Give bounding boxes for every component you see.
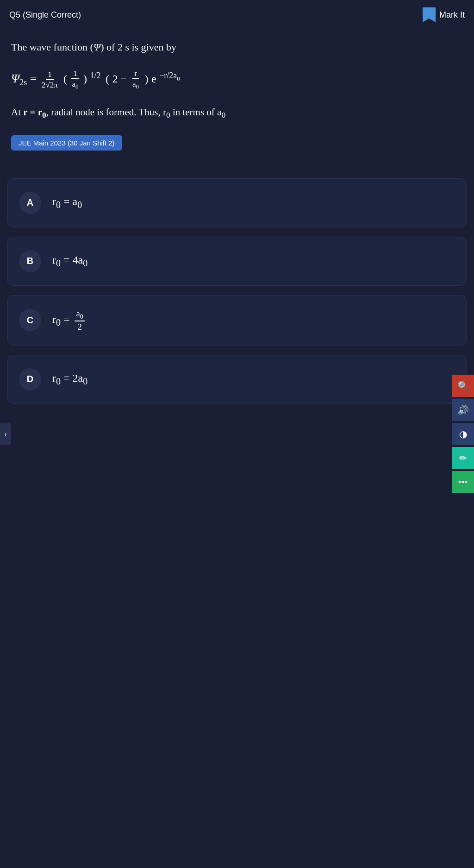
option-b-content: r0 = 4a0 (52, 254, 87, 269)
question-text: The wave function (Ψ) of 2 s is given by (11, 39, 463, 55)
pencil-icon: ✏ (459, 453, 467, 464)
option-c[interactable]: C r0 = a0 2 (7, 295, 467, 346)
question-body: The wave function (Ψ) of 2 s is given by… (0, 30, 474, 178)
option-b[interactable]: B r0 = 4a0 (7, 237, 467, 286)
audio-toolbar-button[interactable]: 🔊 (452, 399, 474, 421)
theme-toolbar-button[interactable]: ◑ (452, 423, 474, 445)
search-icon: 🔍 (457, 380, 469, 391)
left-arrow-button[interactable]: › (0, 423, 11, 445)
mark-it-button[interactable]: Mark It (423, 7, 465, 22)
option-d-content: r0 = 2a0 (52, 372, 87, 387)
question-label: Q5 (Single Correct) (9, 10, 81, 20)
options-container: A r0 = a0 B r0 = 4a0 C r0 = a0 2 D r0 = … (0, 178, 474, 404)
option-a[interactable]: A r0 = a0 (7, 178, 467, 227)
bookmark-icon (423, 7, 436, 22)
option-a-letter: A (19, 192, 41, 214)
mark-it-label: Mark It (439, 10, 465, 20)
search-toolbar-button[interactable]: 🔍 (452, 375, 474, 397)
theme-icon: ◑ (459, 428, 467, 440)
option-a-content: r0 = a0 (52, 195, 82, 210)
additional-text: At r = r0, radial node is formed. Thus, … (11, 105, 463, 121)
exam-tag[interactable]: JEE Main 2023 (30 Jan Shift 2) (11, 135, 122, 151)
more-icon: ••• (458, 477, 468, 488)
option-b-letter: B (19, 250, 41, 272)
header: Q5 (Single Correct) Mark It (0, 0, 474, 30)
option-c-content: r0 = a0 2 (52, 308, 85, 332)
side-toolbar: 🔍 🔊 ◑ ✏ ••• (452, 375, 474, 493)
audio-icon: 🔊 (457, 404, 469, 415)
option-c-letter: C (19, 309, 41, 331)
option-d-letter: D (19, 368, 41, 390)
formula-container: Ψ2s = 1 2√2π ​ ( 1 a0 ) 1/2 ( 2 − r a0 )… (11, 69, 463, 90)
more-toolbar-button[interactable]: ••• (452, 471, 474, 493)
option-d[interactable]: D r0 = 2a0 (7, 355, 467, 404)
pencil-toolbar-button[interactable]: ✏ (452, 447, 474, 469)
